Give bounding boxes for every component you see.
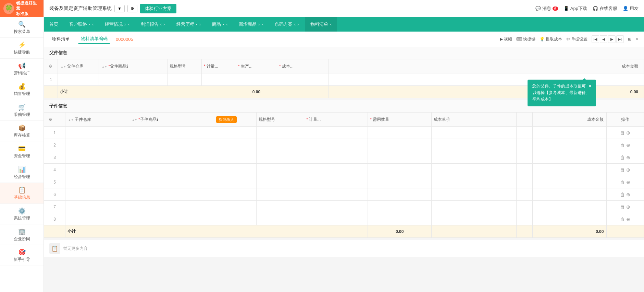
app-download-btn[interactable]: 📱 App下载 [564, 5, 587, 12]
nav-tab-close-goods[interactable]: × [226, 22, 228, 26]
sidebar-item-inventory[interactable]: 📦库存核算 [0, 121, 44, 141]
sidebar-item-finance[interactable]: 💳资金管理 [0, 141, 44, 162]
first-page-btn[interactable]: |◀ [592, 35, 599, 43]
child-goods-1[interactable] [129, 127, 214, 139]
child-scan-6[interactable] [214, 188, 256, 201]
nav-tab-close-operation[interactable]: × [127, 22, 129, 26]
child-spec-7[interactable] [256, 201, 304, 213]
child-spec-1[interactable] [256, 127, 304, 139]
delete-icon-4[interactable]: 🗑 [620, 167, 625, 173]
sidebar-item-quicknav[interactable]: ⚡快捷导航 [0, 38, 44, 58]
parent-spec-cell[interactable] [168, 73, 202, 86]
copy-icon-8[interactable]: ⊕ [626, 217, 630, 222]
child-scan-3[interactable] [214, 151, 256, 164]
breadcrumb-main[interactable]: 物料清单 [49, 35, 73, 44]
child-unit-1[interactable] [304, 127, 352, 139]
sidebar-item-enterprise[interactable]: 🏢企业协同 [0, 224, 44, 245]
child-unit-cost-6[interactable] [432, 188, 517, 201]
child-unit-3[interactable] [304, 151, 352, 164]
close-page-btn[interactable]: × [635, 36, 639, 42]
child-goods-3[interactable] [129, 151, 214, 164]
child-unit-cost-3[interactable] [432, 151, 517, 164]
child-unit-cost-1[interactable] [432, 127, 517, 139]
child-goods-6[interactable] [129, 188, 214, 201]
child-qty-4[interactable] [368, 164, 432, 176]
sidebar-item-system[interactable]: ⚙️系统管理 [0, 204, 44, 224]
settings-btn[interactable]: ⚙ [127, 5, 137, 12]
child-unit-cost-8[interactable] [432, 213, 517, 225]
copy-icon-5[interactable]: ⊕ [626, 179, 630, 185]
child-goods-8[interactable] [129, 213, 214, 225]
sidebar-item-sales[interactable]: 💰销售管理 [0, 79, 44, 100]
delete-icon-2[interactable]: 🗑 [620, 142, 625, 148]
parent-cost-cell[interactable] [277, 73, 318, 86]
child-unit-cost-7[interactable] [432, 201, 517, 213]
delete-icon-3[interactable]: 🗑 [620, 155, 625, 160]
child-spec-8[interactable] [256, 213, 304, 225]
child-warehouse-8[interactable] [65, 213, 129, 225]
system-dropdown-btn[interactable]: ▼ [114, 5, 125, 12]
child-warehouse-4[interactable] [65, 164, 129, 176]
message-btn[interactable]: 💬 消息 6 [535, 5, 558, 12]
sidebar-item-operation_mgr[interactable]: 📊经营管理 [0, 162, 44, 183]
child-unit-cost-4[interactable] [432, 164, 517, 176]
child-warehouse-1[interactable] [65, 127, 129, 139]
delete-icon-7[interactable]: 🗑 [620, 204, 625, 210]
cost-btn[interactable]: 💡 提取成本 [540, 36, 562, 42]
trial-button[interactable]: 体验行业方案 [140, 4, 176, 13]
child-qty-2[interactable] [368, 139, 432, 151]
child-spec-3[interactable] [256, 151, 304, 164]
child-qty-7[interactable] [368, 201, 432, 213]
child-spec-6[interactable] [256, 188, 304, 201]
child-unit-2[interactable] [304, 139, 352, 151]
nav-tab-barcode[interactable]: 条码方案×× [269, 17, 305, 32]
nav-tab-profit[interactable]: 利润报告×× [135, 17, 171, 32]
nav-tab-home[interactable]: 首页 [44, 17, 64, 32]
child-warehouse-7[interactable] [65, 201, 129, 213]
child-goods-5[interactable] [129, 176, 214, 188]
breadcrumb-sub[interactable]: 物料清单编码 [78, 34, 110, 44]
delete-icon-1[interactable]: 🗑 [620, 130, 625, 136]
child-warehouse-3[interactable] [65, 151, 129, 164]
child-warehouse-6[interactable] [65, 188, 129, 201]
parent-unit-cell[interactable] [202, 73, 236, 86]
child-unit-cost-2[interactable] [432, 139, 517, 151]
nav-tab-bom[interactable]: 物料清单× [305, 17, 337, 32]
child-qty-6[interactable] [368, 188, 432, 201]
child-goods-4[interactable] [129, 164, 214, 176]
child-goods-7[interactable] [129, 201, 214, 213]
tooltip-close-btn[interactable]: × [589, 83, 591, 90]
settings-doc-btn[interactable]: ⚙ 单据设置 [566, 36, 587, 42]
child-scan-1[interactable] [214, 127, 256, 139]
parent-goods-cell[interactable] [99, 73, 168, 86]
child-warehouse-2[interactable] [65, 139, 129, 151]
shortcut-btn[interactable]: ⌨ 快捷键 [516, 36, 535, 42]
view-btn[interactable]: ▶ 视频 [500, 36, 512, 42]
child-qty-8[interactable] [368, 213, 432, 225]
user-btn[interactable]: 👤 用友 [623, 5, 639, 12]
parent-production-cell[interactable] [236, 73, 277, 86]
copy-icon-4[interactable]: ⊕ [626, 167, 630, 173]
next-page-btn[interactable]: ▶ [608, 35, 616, 43]
child-unit-4[interactable] [304, 164, 352, 176]
grid-view-btn[interactable]: ⊞ [628, 37, 631, 42]
child-unit-5[interactable] [304, 176, 352, 188]
delete-icon-8[interactable]: 🗑 [620, 217, 625, 222]
child-unit-cost-5[interactable] [432, 176, 517, 188]
child-unit-8[interactable] [304, 213, 352, 225]
copy-icon-3[interactable]: ⊕ [626, 155, 630, 160]
nav-tab-close-bom[interactable]: × [330, 22, 332, 26]
child-qty-3[interactable] [368, 151, 432, 164]
sidebar-item-basic[interactable]: 📋基础信息 [0, 183, 44, 203]
child-qty-5[interactable] [368, 176, 432, 188]
sidebar-item-guide[interactable]: 🎯新手引导 [0, 245, 44, 266]
copy-icon-6[interactable]: ⊕ [626, 192, 630, 197]
child-qty-1[interactable] [368, 127, 432, 139]
nav-tab-close-barcode[interactable]: × [297, 22, 299, 26]
child-spec-5[interactable] [256, 176, 304, 188]
nav-tab-operation[interactable]: 经营情况×× [99, 17, 135, 32]
child-gear-icon[interactable]: ⚙ [46, 115, 54, 124]
child-unit-6[interactable] [304, 188, 352, 201]
parent-gear-icon[interactable]: ⚙ [46, 62, 54, 70]
child-unit-7[interactable] [304, 201, 352, 213]
